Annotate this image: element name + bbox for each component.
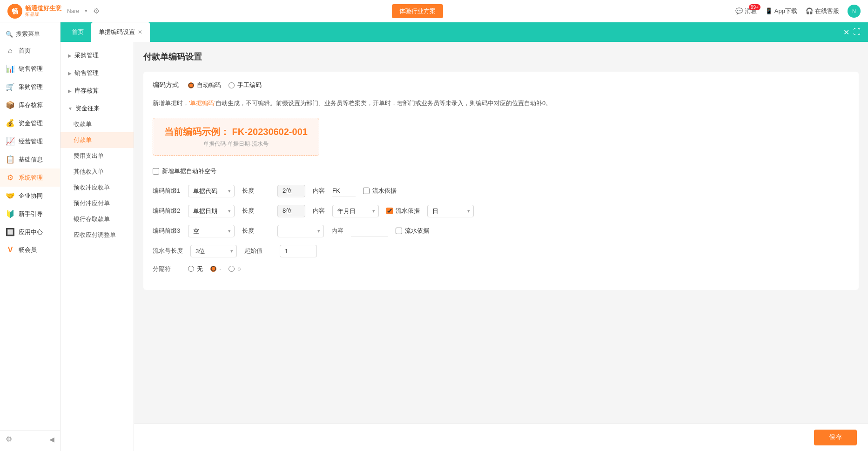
sub-sidebar-item-payment[interactable]: 付款单: [61, 132, 134, 148]
svg-text:畅: 畅: [12, 7, 18, 15]
sidebar-item-partner[interactable]: 🤝 企业协同: [0, 187, 60, 205]
avatar: N: [848, 5, 861, 18]
tab-code-settings-label: 单据编码设置: [99, 28, 135, 36]
length2-input: [277, 205, 305, 217]
sidebar-item-purchase-label: 采购管理: [19, 83, 43, 91]
watermark2-checkbox-input[interactable]: [386, 208, 393, 214]
prefix1-select[interactable]: 单据代码: [188, 185, 235, 197]
watermark3-checkbox[interactable]: 流水依据: [396, 227, 429, 235]
sidebar-item-finance[interactable]: 💰 资金管理: [0, 114, 60, 132]
dropdown-icon[interactable]: ▾: [85, 8, 87, 14]
prefix2-select[interactable]: 单据日期: [188, 205, 235, 217]
app-label: App下载: [774, 7, 797, 15]
sub-sidebar-item-expense[interactable]: 费用支出单: [61, 148, 134, 164]
sidebar-item-inventory[interactable]: 📦 库存核算: [0, 96, 60, 114]
settings-icon[interactable]: ⚙: [93, 7, 100, 15]
content2-label: 内容: [313, 207, 325, 215]
trial-button[interactable]: 体验行业方案: [392, 4, 443, 18]
length3-select[interactable]: [277, 225, 324, 237]
sidebar-item-operations[interactable]: 📈 经营管理: [0, 132, 60, 150]
code-preview-value: FK-20230602-001: [232, 127, 308, 137]
app-download-button[interactable]: 📱 App下载: [765, 7, 797, 15]
prefix1-label: 编码前缀1: [153, 187, 181, 195]
tab-home[interactable]: 首页: [64, 22, 91, 42]
topbar-user: Nare: [67, 8, 79, 14]
sub-sidebar-header-purchase[interactable]: ▶ 采购管理: [61, 47, 134, 63]
watermark2-checkbox[interactable]: 流水依据: [386, 207, 420, 215]
home-icon: ⌂: [6, 47, 15, 55]
encode-row-1: 编码前缀1 单据代码 长度 内容: [153, 185, 849, 197]
content3-input[interactable]: [351, 225, 388, 236]
sub-sidebar-item-bank[interactable]: 银行存取款单: [61, 211, 134, 227]
separator-dot-radio[interactable]: [210, 266, 216, 272]
newguide-icon: 🔰: [6, 209, 15, 218]
encode-method-label: 编码方式: [153, 81, 179, 89]
separator-none-option[interactable]: 无: [188, 265, 203, 273]
serial-length-select[interactable]: 3位: [190, 245, 237, 257]
content3-label: 内容: [331, 227, 343, 235]
sidebar-search[interactable]: 🔍 搜索菜单: [0, 26, 60, 42]
tab-code-settings[interactable]: 单据编码设置 ✕: [91, 22, 150, 42]
sidebar-item-sales-label: 销售管理: [19, 65, 43, 73]
sidebar-item-basic[interactable]: 📋 基础信息: [0, 150, 60, 168]
separator-circle-option[interactable]: ○: [229, 265, 241, 272]
message-button[interactable]: 💬 消息 99+: [735, 7, 757, 15]
sub-sidebar-group-capital: ▼ 资金往来 收款单 付款单 费用支出单 其他收入单 预收冲应收单 预付冲应付单…: [61, 101, 134, 243]
sidebar-item-vip[interactable]: V 畅会员: [0, 241, 60, 259]
encode-row-2: 编码前缀2 单据日期 长度 内容 年月日: [153, 205, 849, 217]
sidebar-settings-icon[interactable]: ⚙: [6, 435, 12, 444]
search-label: 搜索菜单: [16, 30, 40, 38]
sub-sidebar-item-other-income[interactable]: 其他收入单: [61, 164, 134, 180]
period-select[interactable]: 日: [427, 205, 474, 217]
sub-sidebar-item-pre-payment[interactable]: 预付冲应付单: [61, 195, 134, 211]
serial-row: 流水号长度 3位 起始值: [153, 245, 849, 257]
auto-fill-checkbox[interactable]: 新增单据自动补空号: [153, 167, 216, 175]
manual-encode-option[interactable]: 手工编码: [229, 81, 262, 89]
service-button[interactable]: 🎧 在线客服: [806, 7, 839, 15]
user-info[interactable]: N: [848, 5, 861, 18]
watermark1-checkbox-input[interactable]: [363, 188, 370, 194]
auto-fill-checkbox-input[interactable]: [153, 168, 159, 175]
watermark3-checkbox-input[interactable]: [396, 228, 402, 234]
topbar-right: 💬 消息 99+ 📱 App下载 🎧 在线客服 N: [735, 5, 861, 18]
prefix3-select[interactable]: 空: [188, 225, 235, 237]
tab-close-window-btn[interactable]: ✕: [843, 28, 849, 37]
sidebar-item-purchase[interactable]: 🛒 采购管理: [0, 78, 60, 96]
sidebar-item-home[interactable]: ⌂ 首页: [0, 42, 60, 60]
sub-sidebar-item-receipt[interactable]: 收款单: [61, 116, 134, 132]
content1-input[interactable]: [332, 185, 356, 196]
auto-encode-option[interactable]: 自动编码: [188, 81, 221, 89]
separator-dot-label: ·: [219, 265, 221, 272]
logo-sub: 拓品版: [25, 12, 61, 17]
sidebar-bottom: ⚙ ◀: [0, 431, 60, 447]
separator-row: 分隔符 无 ·: [153, 265, 849, 273]
sub-sidebar-header-capital[interactable]: ▼ 资金往来: [61, 101, 134, 116]
tab-expand-btn[interactable]: ⛶: [853, 28, 861, 36]
watermark3-label: 流水依据: [405, 227, 429, 235]
sub-sidebar-header-sales[interactable]: ▶ 销售管理: [61, 65, 134, 81]
sub-sidebar-item-adjust[interactable]: 应收应付调整单: [61, 227, 134, 243]
content2-select[interactable]: 年月日: [332, 205, 379, 217]
message-icon: 💬: [735, 7, 743, 14]
sub-sidebar-item-pre-receipt[interactable]: 预收冲应收单: [61, 180, 134, 195]
separator-none-radio[interactable]: [188, 266, 194, 272]
separator-circle-radio[interactable]: [229, 266, 235, 272]
tab-close-icon[interactable]: ✕: [138, 29, 142, 35]
sidebar-item-sales[interactable]: 📊 销售管理: [0, 60, 60, 78]
sidebar-item-newguide[interactable]: 🔰 新手引导: [0, 205, 60, 223]
tab-home-label: 首页: [72, 28, 84, 36]
start-value-input[interactable]: [280, 245, 317, 257]
auto-encode-radio[interactable]: [188, 82, 194, 88]
save-button[interactable]: 保存: [814, 430, 857, 445]
right-panel: 付款单编码设置 编码方式 自动编码: [134, 42, 868, 451]
sidebar-item-system[interactable]: ⚙ 系统管理: [0, 168, 60, 187]
sidebar-item-operations-label: 经营管理: [19, 137, 43, 146]
sub-sidebar-header-inventory[interactable]: ▶ 库存核算: [61, 83, 134, 99]
sidebar-collapse-icon[interactable]: ◀: [49, 436, 54, 443]
watermark1-checkbox[interactable]: 流水依据: [363, 187, 397, 195]
prefix2-select-wrap: 单据日期: [188, 205, 235, 217]
separator-dot-option[interactable]: ·: [210, 265, 221, 272]
sidebar-item-basic-label: 基础信息: [19, 155, 43, 164]
sidebar-item-appcenter[interactable]: 🔲 应用中心: [0, 223, 60, 241]
manual-encode-radio[interactable]: [229, 82, 235, 88]
